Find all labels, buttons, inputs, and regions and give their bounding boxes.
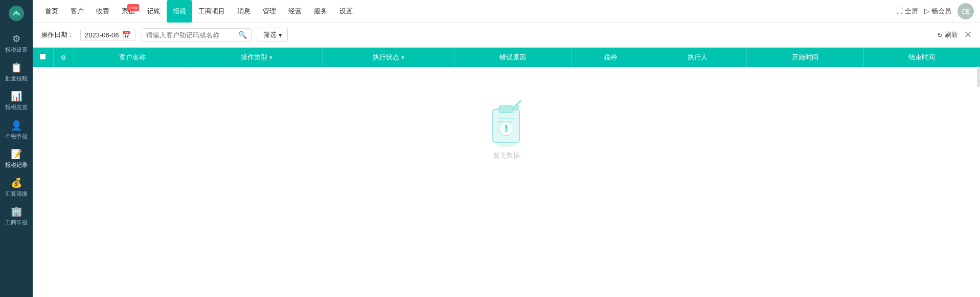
nav-item-guanli[interactable]: 管理 xyxy=(257,0,282,23)
sidebar-icon-baoshuijilu: 📝 xyxy=(10,148,22,160)
table-container: ⚙ 客户名称 操作类型 ▾ 执行状态 ▾ xyxy=(33,48,980,297)
member-label: 畅会员 xyxy=(931,7,951,16)
sidebar-icon-gongshangnianbaoa: 🏢 xyxy=(10,205,22,218)
th-checkbox[interactable] xyxy=(33,48,53,67)
th-customer-name: 客户名称 xyxy=(74,48,191,67)
sidebar-label-baoshuishezhi: 报税设置 xyxy=(5,47,28,53)
top-navigation: 首页客户收费票据new记账报税工商项目消息管理经营服务设置 ⛶ 全屏 ▷ 畅会员… xyxy=(33,0,980,23)
sort-icon-status: ▾ xyxy=(401,54,404,60)
nav-item-xiaoxi[interactable]: 消息 xyxy=(231,0,257,23)
svg-rect-4 xyxy=(499,105,513,113)
empty-state-row: ! xyxy=(33,67,980,191)
sidebar-icon-geshuishenbaoa: 👤 xyxy=(10,119,22,132)
sidebar-icon-baoshuizonglan: 📊 xyxy=(10,90,22,102)
toolbar: 操作日期： 2023-06-06 📅 🔍 筛选 ▾ ↻ 刷新 xyxy=(33,23,980,48)
main-area: 首页客户收费票据new记账报税工商项目消息管理经营服务设置 ⛶ 全屏 ▷ 畅会员… xyxy=(33,0,980,297)
nav-label-kehu: 客户 xyxy=(71,7,84,16)
empty-state: ! xyxy=(33,67,980,191)
sidebar-label-geshuishenbaoa: 个税申报 xyxy=(5,133,28,140)
sidebar-label-huisuanqingsuoan: 汇算清缴 xyxy=(5,190,28,197)
date-input[interactable]: 2023-06-06 📅 xyxy=(80,29,135,41)
nav-label-fuwu: 服务 xyxy=(314,7,327,16)
nav-item-fuwu[interactable]: 服务 xyxy=(308,0,333,23)
toolbar-right: ↻ 刷新 ✕ xyxy=(937,30,972,39)
date-label: 操作日期： xyxy=(41,30,74,39)
nav-label-shezhi: 设置 xyxy=(339,7,353,16)
badge-piao: new xyxy=(127,4,139,11)
empty-illustration: ! xyxy=(484,98,530,149)
close-button[interactable]: ✕ xyxy=(964,30,972,39)
content-area: 操作日期： 2023-06-06 📅 🔍 筛选 ▾ ↻ 刷新 xyxy=(33,23,980,297)
th-gear[interactable]: ⚙ xyxy=(53,48,74,67)
select-all-checkbox[interactable] xyxy=(39,53,46,60)
fullscreen-button[interactable]: ⛶ 全屏 xyxy=(896,7,918,16)
sidebar-item-baoshuishezhi[interactable]: ⚙ 报税设置 xyxy=(3,29,30,57)
fullscreen-label: 全屏 xyxy=(905,7,918,16)
table-header-row: ⚙ 客户名称 操作类型 ▾ 执行状态 ▾ xyxy=(33,48,980,67)
member-button[interactable]: ▷ 畅会员 xyxy=(924,7,951,16)
sidebar-item-piliangbaoshui[interactable]: 📋 批量报税 xyxy=(3,57,30,86)
sidebar-item-huisuanqingsuoan[interactable]: 💰 汇算清缴 xyxy=(3,173,30,201)
th-error-reason: 错误原因 xyxy=(454,48,572,67)
nav-item-gongshangxiangmu[interactable]: 工商项目 xyxy=(192,0,231,23)
sidebar: ⚙ 报税设置 📋 批量报税 📊 报税总览 👤 个税申报 📝 报税记录 💰 汇算清… xyxy=(0,0,33,297)
sidebar-label-piliangbaoshui: 批量报税 xyxy=(5,75,28,82)
nav-label-jizhang: 记账 xyxy=(147,7,161,16)
filter-button[interactable]: 筛选 ▾ xyxy=(258,28,288,42)
refresh-button[interactable]: ↻ 刷新 xyxy=(937,30,958,39)
nav-item-shouye[interactable]: 首页 xyxy=(39,0,64,23)
sidebar-label-baoshuijilu: 报税记录 xyxy=(5,162,28,168)
nav-label-shouye: 首页 xyxy=(45,7,58,16)
nav-label-xiaoxi: 消息 xyxy=(237,7,250,16)
th-end-time: 结束时间 xyxy=(863,48,980,67)
video-icon: ▷ xyxy=(924,7,929,15)
nav-item-baoshui[interactable]: 报税 xyxy=(167,0,192,23)
nav-label-gongshangxiangmu: 工商项目 xyxy=(198,7,225,16)
svg-text:!: ! xyxy=(505,123,508,134)
search-input[interactable] xyxy=(142,29,234,41)
search-button[interactable]: 🔍 xyxy=(234,29,251,41)
scrollbar-thumb[interactable] xyxy=(977,67,980,87)
sidebar-item-gongshangnianbaoa[interactable]: 🏢 工商年报 xyxy=(3,201,30,230)
sort-icon-operation: ▾ xyxy=(269,54,272,60)
nav-item-shezhi[interactable]: 设置 xyxy=(333,0,359,23)
sidebar-label-baoshuizonglan: 报税总览 xyxy=(5,104,28,111)
nav-item-kehu[interactable]: 客户 xyxy=(64,0,90,23)
svg-text:CE: CE xyxy=(962,8,970,15)
refresh-label: 刷新 xyxy=(945,30,958,39)
fullscreen-icon: ⛶ xyxy=(896,7,903,15)
sidebar-icon-piliangbaoshui: 📋 xyxy=(10,61,22,74)
th-execution-status[interactable]: 执行状态 ▾ xyxy=(323,48,454,67)
gear-icon: ⚙ xyxy=(60,54,66,61)
nav-item-shoufeii[interactable]: 收费 xyxy=(90,0,116,23)
th-start-time: 开始时间 xyxy=(746,48,863,67)
nav-item-jingying[interactable]: 经营 xyxy=(282,0,308,23)
th-operation-type[interactable]: 操作类型 ▾ xyxy=(191,48,323,67)
date-value: 2023-06-06 xyxy=(85,31,119,39)
sidebar-icon-huisuanqingsuoan: 💰 xyxy=(10,177,22,189)
nav-label-baoshui: 报税 xyxy=(173,7,186,16)
logo xyxy=(7,4,26,23)
filter-label: 筛选 xyxy=(263,30,277,39)
nav-item-jizhang[interactable]: 记账 xyxy=(141,0,167,23)
chevron-down-icon: ▾ xyxy=(279,31,282,39)
user-avatar[interactable]: CE xyxy=(958,3,974,19)
sidebar-item-geshuishenbaoa[interactable]: 👤 个税申报 xyxy=(3,115,30,144)
search-wrap: 🔍 xyxy=(142,28,252,41)
th-tax-type: 税种 xyxy=(572,48,649,67)
empty-text: 暂无数据 xyxy=(493,151,520,160)
calendar-icon: 📅 xyxy=(122,31,131,39)
sidebar-item-baoshuijilu[interactable]: 📝 报税记录 xyxy=(3,144,30,173)
nav-label-guanli: 管理 xyxy=(263,7,276,16)
page-area: 操作日期： 2023-06-06 📅 🔍 筛选 ▾ ↻ 刷新 xyxy=(33,23,980,297)
nav-label-shoufeii: 收费 xyxy=(96,7,109,16)
nav-label-jingying: 经营 xyxy=(288,7,302,16)
sidebar-icon-baoshuishezhi: ⚙ xyxy=(10,33,22,45)
sidebar-label-gongshangnianbaoa: 工商年报 xyxy=(5,219,28,226)
refresh-icon: ↻ xyxy=(937,31,943,39)
svg-point-11 xyxy=(496,143,516,147)
nav-item-piao[interactable]: 票据new xyxy=(116,0,141,23)
data-table: ⚙ 客户名称 操作类型 ▾ 执行状态 ▾ xyxy=(33,48,980,191)
sidebar-item-baoshuizonglan[interactable]: 📊 报税总览 xyxy=(3,86,30,115)
topnav-right: ⛶ 全屏 ▷ 畅会员 CE xyxy=(896,3,974,19)
